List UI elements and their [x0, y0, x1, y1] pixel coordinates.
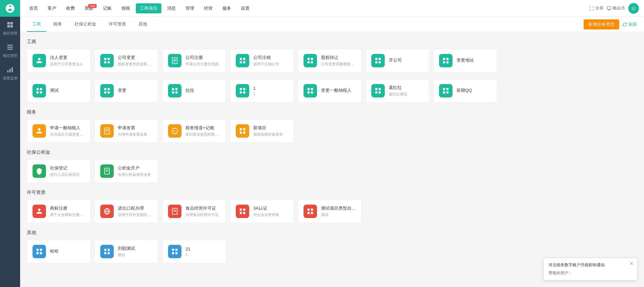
card-equity-transfer[interactable]: 股权转让 公司变更需要股权转让 — [298, 49, 362, 72]
tab-other[interactable]: 其他 — [133, 17, 153, 32]
card-qq[interactable]: 前期QQ — [433, 79, 497, 102]
svg-rect-49 — [175, 91, 177, 93]
svg-rect-25 — [243, 61, 245, 63]
card-change2[interactable]: 变更 — [95, 79, 158, 102]
card-lala[interactable]: 拉拉 — [162, 79, 226, 102]
card-company-cancel[interactable]: 公司注销 适用于注销公司 — [230, 49, 294, 72]
member-button[interactable]: 畅会员 — [607, 5, 625, 11]
card-one[interactable]: 1 1 — [230, 79, 294, 102]
card-desc: 办理公积金相关业务 — [118, 172, 153, 177]
card-test-type[interactable]: 测试项目类型自定义 测试 — [298, 200, 362, 223]
svg-rect-72 — [240, 128, 242, 130]
card-social-register[interactable]: 社保登记 进行人员社保登记 — [27, 159, 91, 183]
nav-settings[interactable]: 设置 — [237, 3, 254, 13]
nav-ticket[interactable]: 票据 new — [80, 3, 97, 13]
nav-bookkeeping[interactable]: 记账 — [99, 3, 116, 13]
new-type-button[interactable]: 新增业务类型 — [584, 19, 619, 29]
nav-operation[interactable]: 经营 — [200, 3, 217, 13]
tab-gongshang[interactable]: 工商 — [27, 17, 46, 32]
notification-close-button[interactable]: ✕ — [630, 261, 634, 266]
card-desc: 适用于注销公司 — [253, 62, 288, 67]
svg-rect-3 — [10, 25, 13, 27]
card-text: 申请发票 办理申请发票业务 — [118, 125, 153, 137]
card-company-change[interactable]: 公司变更 股权变更外的业务变更 — [95, 49, 158, 72]
card-title: 商标注册 — [50, 205, 85, 211]
sidebar-item-project-type[interactable]: 项目类型 — [0, 39, 20, 62]
sidebar-item-progress[interactable]: 进度监测 — [0, 62, 20, 84]
svg-rect-28 — [308, 61, 310, 63]
grid-icon-np — [236, 124, 249, 138]
card-food-license[interactable]: 食品经营许可证 办理食品经营许可证 — [162, 200, 226, 223]
tab-license[interactable]: 许可资质 — [103, 17, 131, 32]
section-title-gongshang: 工商 — [27, 39, 637, 45]
food-icon — [168, 205, 181, 218]
refresh-button[interactable]: 刷新 — [623, 21, 637, 27]
grid-icon-l — [168, 84, 181, 97]
nav-client[interactable]: 客户 — [44, 3, 60, 13]
card-company-register[interactable]: 公司注册 申请公司注册全流程 — [162, 49, 226, 72]
svg-rect-40 — [37, 91, 39, 93]
card-change-address[interactable]: 变更地址 — [433, 49, 497, 72]
svg-rect-27 — [311, 58, 313, 60]
cards-social: 社保登记 进行人员社保登记 公积金开户 办理公积金相关业务 — [27, 159, 637, 183]
nav-home[interactable]: 首页 — [25, 3, 42, 13]
card-text: 测试 — [50, 87, 85, 94]
card-import-export[interactable]: 进出口权办理 适用于对外贸易经营者 — [95, 200, 158, 223]
card-tax-report[interactable]: ¥ 税务报道+记账 拿到营业执照的新公司 — [162, 119, 226, 143]
import-icon — [100, 205, 114, 218]
nav-manage[interactable]: 管理 — [181, 3, 198, 13]
card-open-company[interactable]: 开公司 — [366, 49, 429, 72]
tab-social[interactable]: 社保公积金 — [69, 17, 102, 32]
card-desc: 办理食品经营许可证 — [185, 212, 220, 217]
svg-rect-10 — [607, 6, 611, 9]
card-title: 测试项目类型自定义 — [321, 205, 356, 211]
logo[interactable] — [0, 0, 20, 17]
sidebar-item-project-management[interactable]: 项目管理 — [0, 17, 20, 39]
tab-tax[interactable]: 税务 — [48, 17, 67, 32]
card-desc: 报税加税控盘保管 — [253, 132, 288, 137]
card-21[interactable]: 21 1 — [162, 240, 226, 263]
svg-text:¥: ¥ — [173, 130, 175, 133]
card-title: 3A认证 — [253, 205, 288, 211]
svg-rect-16 — [104, 61, 106, 63]
card-legal-change[interactable]: 法人变更 适用于公司变更法人 — [27, 49, 91, 72]
card-text: 变更地址 — [457, 57, 491, 64]
card-fund-open[interactable]: 公积金开户 办理公积金相关业务 — [95, 159, 158, 183]
card-title: 法人变更 — [50, 55, 85, 61]
card-change-taxpayer[interactable]: 变更一般纳税人 — [298, 79, 362, 102]
card-title: 社保登记 — [50, 165, 85, 171]
card-test[interactable]: 测试 — [27, 79, 91, 102]
card-new-project[interactable]: 新项目 报税加税控盘保管 — [230, 119, 294, 143]
nav-service[interactable]: 服务 — [218, 3, 235, 13]
card-apply-taxpayer[interactable]: 申请一般纳税人 当月或次月成变更完成 — [27, 119, 91, 143]
card-apply-invoice[interactable]: 申请发票 办理申请发票业务 — [95, 119, 158, 143]
svg-rect-65 — [446, 91, 448, 93]
card-title: 1 — [253, 86, 288, 91]
svg-rect-91 — [308, 212, 310, 214]
card-haha[interactable]: 哈哈 — [27, 240, 91, 263]
card-text: 商标注册 用于企业商标注册服务 — [50, 205, 85, 217]
fullscreen-button[interactable]: 全屏 — [589, 5, 603, 11]
svg-rect-6 — [7, 49, 13, 50]
grid-icon-3a — [236, 205, 249, 218]
svg-rect-56 — [308, 91, 310, 93]
nav-fee[interactable]: 收费 — [62, 3, 79, 13]
card-title: 葛红红 — [389, 85, 424, 91]
card-gehonghong[interactable]: 葛红红 葛红红测试 — [366, 79, 429, 102]
card-liucong[interactable]: 刘聪测试 测试 — [95, 240, 158, 263]
svg-rect-96 — [40, 252, 42, 254]
svg-rect-23 — [243, 58, 245, 60]
grid-small-icon2 — [439, 54, 452, 67]
tabs-actions: 新增业务类型 刷新 — [584, 19, 637, 29]
nav-tax[interactable]: 报税 — [117, 3, 134, 13]
card-title: 公司注册 — [185, 55, 220, 61]
user-avatar[interactable]: U — [628, 3, 639, 14]
nav-business[interactable]: 工商项目 — [136, 3, 161, 13]
card-3a[interactable]: 3A认证 对企业信誉评级 — [230, 200, 294, 223]
shield-icon — [33, 164, 46, 178]
transfer-icon — [304, 54, 317, 67]
nav-message[interactable]: 消息 — [163, 3, 180, 13]
card-text: 公司变更 股权变更外的业务变更 — [118, 55, 153, 67]
card-text: 社保登记 进行人员社保登记 — [50, 165, 85, 177]
card-trademark[interactable]: 商标注册 用于企业商标注册服务 — [27, 200, 91, 223]
